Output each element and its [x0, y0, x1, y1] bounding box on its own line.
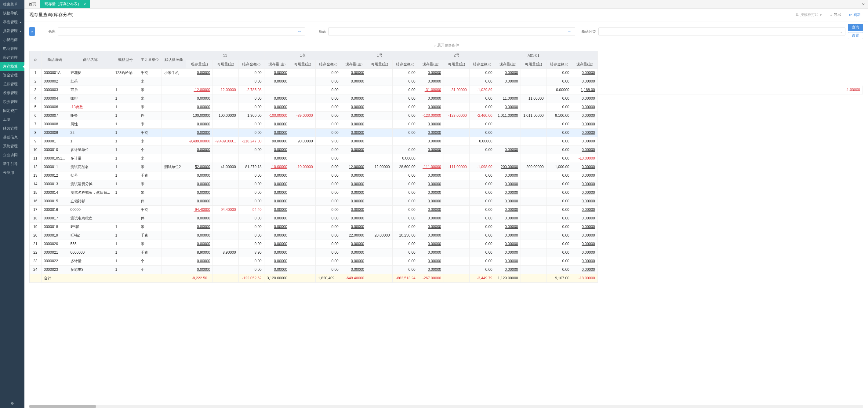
subcol-7[interactable]: 可用量(主) — [367, 60, 392, 68]
cell[interactable]: 0.00000 — [264, 240, 290, 248]
cell[interactable]: 0.00000 — [572, 145, 597, 154]
subcol-0[interactable]: 现存量(主) — [186, 60, 213, 68]
table-row[interactable]: 60000007哑铃1件100.00000100.000001,300.00-1… — [30, 111, 863, 120]
table-row[interactable]: 40000004咖啡1米0.000000.000.000000.000.0000… — [30, 94, 863, 103]
cell[interactable]: 0.00000 — [495, 77, 521, 86]
subcol-12[interactable]: 现存量(主) — [495, 60, 521, 68]
cell[interactable]: 52.00000 — [186, 163, 213, 171]
category-dropdown[interactable]: ⌄ — [840, 29, 843, 34]
cell[interactable]: 0.00000 — [418, 171, 444, 180]
sidebar-item-10[interactable]: 发票管理 — [0, 89, 24, 97]
cell[interactable]: 0.00000 — [264, 154, 290, 163]
col-name[interactable]: 商品名称 — [68, 51, 113, 68]
cell[interactable]: 0.00000 — [264, 257, 290, 265]
cell[interactable]: 0.00000 — [572, 137, 597, 145]
cell[interactable]: 0.00000 — [418, 103, 444, 111]
sidebar-item-5[interactable]: 电商管理 — [0, 44, 24, 53]
cell[interactable]: 0.00000 — [186, 188, 213, 197]
cell[interactable]: 0.00000 — [341, 77, 367, 86]
cell[interactable]: 0.00000 — [264, 205, 290, 214]
query-button[interactable]: 查询 — [848, 24, 863, 31]
table-row[interactable]: 900000111米-9,489.00000-9,489.000...-218,… — [30, 137, 863, 145]
col-warehouse-4[interactable]: A01-01 — [495, 51, 572, 60]
cell[interactable]: 0.00000 — [341, 188, 367, 197]
cell[interactable]: 0.00000 — [264, 103, 290, 111]
cell[interactable]: -94.40000 — [186, 205, 213, 214]
cell[interactable]: 0.00000 — [418, 94, 444, 103]
sidebar-item-6[interactable]: 采购管理 — [0, 53, 24, 62]
cell[interactable]: 8.90000 — [186, 248, 213, 257]
tab-1[interactable]: 现存量（库存分布表）× — [40, 0, 90, 8]
table-row[interactable]: 200000019旺铺21千克0.000000.000.000000.0022.… — [30, 231, 863, 240]
cell[interactable]: 0.00000 — [418, 197, 444, 205]
cell[interactable]: 0.00000 — [264, 197, 290, 205]
cell[interactable]: 0.00000 — [418, 128, 444, 137]
info-icon[interactable]: i — [257, 63, 260, 66]
cell[interactable]: 200.00000 — [495, 163, 521, 171]
subcol-9[interactable]: 现存量(主) — [418, 60, 444, 68]
sidebar-item-7[interactable]: 库存核算 — [0, 62, 24, 71]
cell[interactable]: 0.00000 — [495, 145, 521, 154]
expand-more-filters[interactable]: ⌄ 展开更多条件 — [24, 41, 868, 51]
cell[interactable]: 0.00000 — [264, 231, 290, 240]
cell[interactable]: 0.00000 — [186, 197, 213, 205]
tab-close-icon[interactable]: × — [84, 2, 86, 6]
subcol-10[interactable]: 可用量(主) — [444, 60, 469, 68]
table-row[interactable]: 11000001051...多计量1米0.000000.000.000000.0… — [30, 154, 863, 163]
table-row[interactable]: 240000023多称重31个0.000000.000.000000.000.0… — [30, 265, 863, 274]
info-icon[interactable]: i — [411, 63, 414, 66]
cell[interactable]: 0.00000 — [495, 265, 521, 274]
refresh-button[interactable]: ⟳ 刷新 — [847, 11, 863, 18]
table-scroll[interactable]: ⚙商品编码商品名称规格型号主计量单位默认供应商111仓1号2号A01-01 现存… — [29, 51, 863, 283]
cell[interactable]: 0.00000 — [572, 77, 597, 86]
table-row[interactable]: 30000003可乐1米-12.00000-12.00000-2,785.080… — [30, 86, 863, 94]
sidebar-item-19[interactable]: 云应用 — [0, 168, 24, 177]
cell[interactable]: 0.00000 — [341, 180, 367, 188]
cell[interactable]: 0.00000 — [341, 240, 367, 248]
table-row[interactable]: 70000008属性1米0.000000.000.000000.000.0000… — [30, 120, 863, 128]
col-warehouse-0[interactable]: 11 — [186, 51, 264, 60]
table-row[interactable]: 130000012批号1千克0.000000.000.000000.000.00… — [30, 171, 863, 180]
subcol-5[interactable]: 结存金额i — [315, 60, 341, 68]
cell[interactable]: 0.00000 — [418, 137, 444, 145]
cell[interactable]: 0.00000 — [186, 180, 213, 188]
cell[interactable]: 0.00000 — [341, 214, 367, 223]
cell[interactable]: 0.00000 — [341, 137, 367, 145]
col-unit[interactable]: 主计量单位 — [138, 51, 161, 68]
cell[interactable]: 0.00000 — [341, 128, 367, 137]
info-icon[interactable]: i — [488, 63, 491, 66]
cell[interactable]: 0.00000 — [264, 128, 290, 137]
subcol-14[interactable]: 结存金额i — [546, 60, 572, 68]
cell[interactable]: 1,188.00 — [572, 86, 597, 94]
sidebar-item-16[interactable]: 系统管理 — [0, 142, 24, 151]
cell[interactable]: 0.00000 — [186, 120, 213, 128]
table-row[interactable]: 120000011测试商品名1米测试单位252.0000041.0000081,… — [30, 163, 863, 171]
cell[interactable]: 0.00000 — [341, 68, 367, 77]
product-input[interactable] — [331, 29, 567, 34]
scrollbar-thumb[interactable] — [29, 405, 96, 408]
sidebar-item-13[interactable]: 工资 — [0, 115, 24, 124]
cell[interactable]: 0.00000 — [572, 128, 597, 137]
cell[interactable]: 0.00000 — [418, 223, 444, 231]
cell[interactable]: 0.00000 — [572, 257, 597, 265]
sidebar-item-15[interactable]: 基础信息 — [0, 133, 24, 142]
cell[interactable]: 0.00000 — [186, 223, 213, 231]
subcol-4[interactable]: 可用量(主) — [290, 60, 315, 68]
sidebar-item-17[interactable]: 企业协同 — [0, 151, 24, 159]
warehouse-input[interactable] — [61, 29, 297, 34]
cell[interactable]: 0.00000 — [186, 68, 213, 77]
tab-0[interactable]: 首页 — [24, 0, 40, 8]
table-row[interactable]: 140000013测试运费分摊1米0.000000.000.000000.000… — [30, 180, 863, 188]
column-settings[interactable]: ⚙ — [30, 51, 41, 68]
cell[interactable]: 0.00000 — [341, 145, 367, 154]
warehouse-picker[interactable]: ··· — [297, 29, 302, 34]
cell[interactable]: 0.00000 — [341, 248, 367, 257]
cell[interactable]: 0.00000 — [418, 188, 444, 197]
table-row[interactable]: 2100000205551米0.000000.000.000000.000.00… — [30, 240, 863, 248]
cell[interactable]: 0.00000 — [264, 248, 290, 257]
cell[interactable]: 0.00000 — [186, 171, 213, 180]
subcol-1[interactable]: 可用量(主) — [213, 60, 239, 68]
table-row[interactable]: 230000022多计量1个0.000000.000.000000.000.00… — [30, 257, 863, 265]
close-all-tabs[interactable]: ✕ — [859, 0, 868, 8]
sidebar-item-2[interactable]: 零售管理▸ — [0, 18, 24, 27]
